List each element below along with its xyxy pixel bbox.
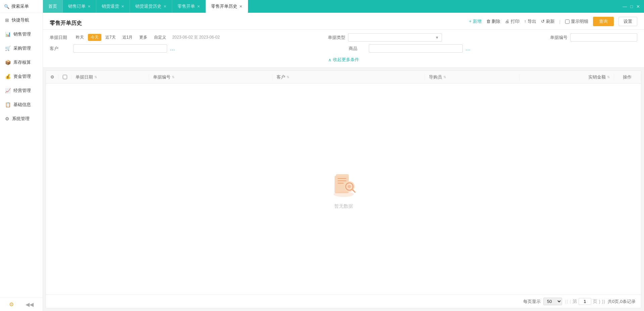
tab-retail-open-history[interactable]: 零售开单历史✕ <box>206 0 248 13</box>
close-button[interactable]: ✕ <box>636 4 640 9</box>
tab-label-sales-return: 销货退货 <box>102 3 119 9</box>
date-btn-7days[interactable]: 近7天 <box>103 34 118 41</box>
collapse-more-button[interactable]: ∧ 收起更多条件 <box>50 55 637 64</box>
per-page-select[interactable]: 50 10 20 100 <box>543 298 562 305</box>
order-type-label: 单据类型 <box>328 35 348 41</box>
collapse-sidebar-icon[interactable]: ◀◀ <box>26 301 34 308</box>
th-date-sort[interactable]: ⇅ <box>94 75 97 79</box>
th-guide-label: 导购员 <box>429 74 442 80</box>
setting-button[interactable]: 设置 <box>618 17 637 26</box>
customer-ellipsis[interactable]: … <box>167 46 178 52</box>
next-page-button[interactable]: ⟩ <box>599 299 600 304</box>
sidebar-label-system: 系统管理 <box>12 116 30 122</box>
filter-row-2: 客户 … 商品 … <box>50 44 637 53</box>
minimize-button[interactable]: — <box>623 4 627 9</box>
table-checkbox-all[interactable] <box>59 75 71 79</box>
date-btn-custom[interactable]: 自定义 <box>151 34 169 41</box>
customer-label: 客户 <box>50 46 73 52</box>
display-detail-checkbox[interactable]: 显示明细 <box>565 18 588 24</box>
sidebar-icon-finance: 💰 <box>5 74 11 79</box>
th-guide-sort[interactable]: ⇅ <box>443 75 446 79</box>
th-orderno-sort[interactable]: ⇅ <box>172 75 175 79</box>
tab-retail-open[interactable]: 零售开单✕ <box>172 0 206 13</box>
add-button[interactable]: + 新增 <box>469 18 481 24</box>
refresh-button[interactable]: ↺ 刷新 <box>541 18 555 24</box>
date-buttons: 昨天 今天 近7天 近1月 更多 自定义 <box>73 34 169 41</box>
settings-icon[interactable]: ⚙ <box>9 301 14 308</box>
date-btn-today[interactable]: 今天 <box>88 34 101 41</box>
sidebar-item-sales-mgmt[interactable]: 📊销售管理 <box>0 27 43 41</box>
tab-label-sales-order: 销售订单 <box>68 3 86 9</box>
product-input[interactable] <box>369 44 463 53</box>
table-settings-icon: ⚙ <box>50 74 54 80</box>
customer-input[interactable] <box>73 44 167 53</box>
sidebar-item-system[interactable]: ⚙系统管理 <box>0 112 43 126</box>
last-page-button[interactable]: ⟩⟩ <box>602 299 605 304</box>
th-action-label: 操作 <box>623 74 632 80</box>
sidebar-icon-quick-nav: ⊞ <box>5 17 9 23</box>
maximize-button[interactable]: □ <box>630 4 633 9</box>
tab-sales-return[interactable]: 销货退货✕ <box>96 0 130 13</box>
sidebar: 🔍 搜索采单 ⊞快捷导航📊销售管理🛒采购管理📦库存核算💰资金管理📈经营管理📋基础… <box>0 0 43 311</box>
tab-close-sales-order[interactable]: ✕ <box>88 4 91 9</box>
sidebar-icon-system: ⚙ <box>5 116 9 121</box>
print-button[interactable]: 🖨 打印 <box>505 18 519 24</box>
empty-illustration <box>329 169 359 199</box>
sidebar-item-operations[interactable]: 📈经营管理 <box>0 84 43 98</box>
sidebar-item-quick-nav[interactable]: ⊞快捷导航 <box>0 13 43 27</box>
delete-button[interactable]: 🗑 删除 <box>486 18 501 24</box>
th-customer-sort[interactable]: ⇅ <box>287 75 289 79</box>
order-type-select[interactable]: ▾ <box>348 33 442 42</box>
empty-state: 暂无数据 <box>329 169 359 209</box>
th-date-label: 单据日期 <box>76 74 93 80</box>
tab-home[interactable]: 首页 <box>43 0 63 13</box>
tab-label-sales-return-history: 销货退货历史 <box>135 3 161 9</box>
tab-label-retail-open: 零售开单 <box>178 3 195 9</box>
tab-sales-order[interactable]: 销售订单✕ <box>63 0 96 13</box>
page-unit: 页 <box>593 299 597 305</box>
date-btn-more[interactable]: 更多 <box>137 34 150 41</box>
first-page-button[interactable]: ⟨⟨ <box>565 299 568 304</box>
sidebar-item-inventory[interactable]: 📦库存核算 <box>0 55 43 69</box>
sidebar-item-finance[interactable]: 💰资金管理 <box>0 69 43 84</box>
tab-close-sales-return[interactable]: ✕ <box>121 4 124 9</box>
sidebar-search[interactable]: 🔍 搜索采单 <box>0 0 43 13</box>
product-ellipsis[interactable]: … <box>463 46 474 52</box>
th-amount-sort[interactable]: ⇅ <box>607 75 610 79</box>
sidebar-icon-inventory: 📦 <box>5 60 11 65</box>
sidebar-icon-purchase-mgmt: 🛒 <box>5 46 11 51</box>
sidebar-item-purchase-mgmt[interactable]: 🛒采购管理 <box>0 41 43 55</box>
tab-sales-return-history[interactable]: 销货退货历史✕ <box>130 0 172 13</box>
page-header: 零售开单历史 + 新增 🗑 删除 🖨 打印 ↑ 导出 ↺ 刷新 | 显示明细 查… <box>43 13 644 30</box>
sidebar-label-operations: 经营管理 <box>13 88 31 94</box>
th-amount-label: 实销金额 <box>588 74 606 80</box>
th-action: 操作 <box>614 74 641 80</box>
tab-close-sales-return-history[interactable]: ✕ <box>163 4 166 9</box>
date-btn-1month[interactable]: 近1月 <box>120 34 136 41</box>
sidebar-nav: ⊞快捷导航📊销售管理🛒采购管理📦库存核算💰资金管理📈经营管理📋基础信息⚙系统管理 <box>0 13 43 298</box>
select-all-checkbox[interactable] <box>63 75 67 79</box>
search-icon: 🔍 <box>4 4 9 9</box>
display-detail-input[interactable] <box>565 19 569 24</box>
table-body: 暂无数据 <box>46 84 641 295</box>
empty-text: 暂无数据 <box>334 203 353 209</box>
sidebar-label-basic-info: 基础信息 <box>13 102 31 108</box>
per-page-label: 每页显示 <box>523 299 541 305</box>
page-input[interactable] <box>579 298 591 305</box>
order-type-arrow: ▾ <box>436 35 438 40</box>
date-btn-yesterday[interactable]: 昨天 <box>73 34 87 41</box>
order-no-input[interactable] <box>570 33 637 42</box>
table-settings-btn[interactable]: ⚙ <box>46 74 59 80</box>
sidebar-search-label: 搜索采单 <box>11 3 29 9</box>
product-label: 商品 <box>349 46 369 52</box>
tab-close-retail-open-history[interactable]: ✕ <box>239 4 242 9</box>
sidebar-icon-basic-info: 📋 <box>5 102 11 107</box>
svg-line-8 <box>353 190 355 192</box>
page-label: 第 <box>573 299 577 305</box>
table-area: ⚙ 单据日期 ⇅ 单据编号 ⇅ 客户 ⇅ 导购员 <box>46 70 641 308</box>
prev-page-button[interactable]: ⟨ <box>569 299 571 304</box>
sidebar-item-basic-info[interactable]: 📋基础信息 <box>0 98 43 112</box>
export-button[interactable]: ↑ 导出 <box>524 18 536 24</box>
tab-close-retail-open[interactable]: ✕ <box>197 4 200 9</box>
query-button[interactable]: 查询 <box>593 17 614 26</box>
